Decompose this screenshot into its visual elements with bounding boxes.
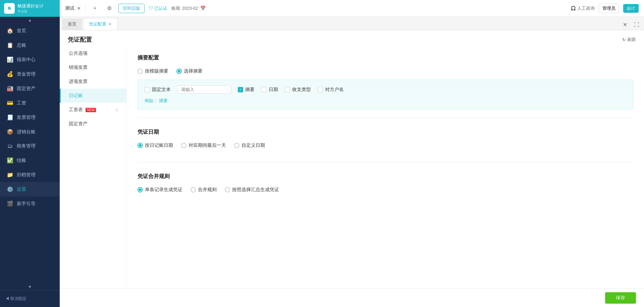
topbar-right: 🎧 人工咨询 管理员 会计 (571, 4, 639, 13)
sidebar-item-report[interactable]: 📊 报表中心 (0, 52, 60, 67)
sidebar-item-label: 结账 (17, 158, 26, 164)
radio-select-summary[interactable]: 选择摘要 (176, 68, 203, 74)
tab-home[interactable]: 首页 (62, 18, 82, 30)
radio-custom-date[interactable]: 自定义日期 (234, 142, 265, 148)
refresh-btn[interactable]: ↻ 刷新 (622, 37, 636, 43)
sidebar-item-invoice[interactable]: 🧾 发票管理 (0, 110, 60, 125)
sidebar-item-fund[interactable]: 💰 资金管理 (0, 67, 60, 81)
radio-template-summary[interactable]: 按模版摘要 (138, 68, 168, 74)
checkbox-box (145, 87, 150, 92)
company-name: 测试 (65, 5, 74, 11)
expand-btn[interactable]: ⛶ (632, 21, 641, 29)
radio-circle-single (138, 187, 143, 192)
checkbox-abstract[interactable]: ✓ 摘要 (238, 87, 255, 93)
summary-section: 摘要配置 按模版摘要 选择摘要 (138, 54, 633, 118)
checkbox-date[interactable]: 日期 (261, 87, 278, 93)
cancel-fixed-btn[interactable]: ◀ 取消固定 (3, 294, 56, 304)
fixed-text-input[interactable] (177, 85, 231, 94)
sidebar-item-ledger[interactable]: 📋 总账 (0, 38, 60, 52)
sidebar-scroll-up[interactable]: ▲ (0, 17, 60, 24)
sidebar-item-tax[interactable]: 🗂 税务管理 (0, 139, 60, 153)
left-nav-fixed-asset[interactable]: 固定资产 (60, 117, 126, 131)
radio-merge-rule[interactable]: 合并规则 (191, 187, 217, 193)
fund-icon: 💰 (7, 71, 13, 77)
tab-close-icon[interactable]: ✕ (108, 22, 112, 27)
guide-icon: 🎬 (7, 201, 13, 207)
sidebar-item-settle[interactable]: ✅ 结账 (0, 153, 60, 168)
sidebar-item-label: 固定资产 (17, 86, 36, 92)
sidebar-item-sales[interactable]: 📦 进销台账 (0, 125, 60, 139)
merge-radio-group: 单条记录生成凭证 合并规则 按照选择汇总生成凭证 (138, 187, 633, 193)
left-nav-purchase-invoice[interactable]: 进项发票 (60, 75, 126, 89)
sidebar-item-payroll[interactable]: 💳 工资 (0, 96, 60, 110)
sidebar-bottom: ◀ 取消固定 (0, 290, 60, 307)
radio-circle-custom (234, 143, 239, 148)
date-title: 凭证日期 (138, 129, 633, 136)
radio-circle-merge (191, 187, 196, 192)
radio-circle-journal (138, 143, 143, 148)
sidebar-item-settings[interactable]: ⚙️ 设置 (0, 182, 60, 196)
calendar-icon[interactable]: 📅 (200, 6, 206, 11)
sidebar-item-archive[interactable]: 📁 归档管理 (0, 168, 60, 182)
tab-voucher-config[interactable]: 凭证配置 ✕ (83, 18, 117, 30)
company-selector[interactable]: 测试 ▼ (65, 5, 81, 11)
checkbox-counterparty[interactable]: 对方户名 (318, 87, 344, 93)
switch-old-btn[interactable]: 切到旧版 (118, 4, 145, 13)
checkbox-income-type[interactable]: 收支类型 (285, 87, 311, 93)
inner-layout: 公共选项 销项发票 进项发票 日记账 工资表 NEW ∨ 固定资产 摘要配置 (60, 46, 644, 288)
left-nav: 公共选项 销项发票 进项发票 日记账 工资表 NEW ∨ 固定资产 (60, 46, 127, 288)
certified-badge: 🛡 已认证 (149, 5, 167, 11)
left-nav-sales-invoice[interactable]: 销项发票 (60, 60, 126, 75)
merge-section: 凭证合并规则 单条记录生成凭证 合并规则 按照选择汇总生成凭证 (138, 173, 633, 206)
chevron-down-icon: ∨ (115, 107, 118, 113)
checkbox-abstract-box: ✓ (238, 87, 243, 92)
date-section: 凭证日期 按日记账日期 对应期间最后一天 自定义日期 (138, 129, 633, 162)
consult-btn[interactable]: 🎧 人工咨询 (571, 5, 595, 11)
sidebar-nav: 🏠 首页 📋 总账 📊 报表中心 💰 资金管理 🏭 固定资产 💳 工资 🧾 发票… (0, 24, 60, 283)
main-area: 测试 ▼ ＋ ⚙ 切到旧版 🛡 已认证 账期 2023-02 📅 🎧 人工咨询 … (60, 0, 644, 307)
summary-options: 固定文本 ✓ 摘要 日期 (145, 85, 626, 94)
sidebar-item-label: 设置 (17, 186, 26, 192)
sidebar-item-label: 首页 (17, 28, 26, 34)
radio-journal-date[interactable]: 按日记账日期 (138, 142, 173, 148)
left-nav-journal[interactable]: 日记账 (60, 89, 126, 103)
checkbox-date-box (261, 87, 267, 92)
sidebar-item-asset[interactable]: 🏭 固定资产 (0, 81, 60, 96)
radio-circle-checked (176, 69, 182, 74)
radio-period-last[interactable]: 对应期间最后一天 (181, 142, 226, 148)
sidebar-item-home[interactable]: 🏠 首页 (0, 24, 60, 38)
close-tab-btn[interactable]: ✕ (621, 21, 629, 29)
radio-single[interactable]: 单条记录生成凭证 (138, 187, 182, 193)
checkbox-income-box (285, 87, 290, 92)
checkbox-counterparty-box (318, 87, 323, 92)
sidebar-logo: 畅 畅捷通好会计 专业版 (0, 0, 60, 17)
right-panel: 摘要配置 按模版摘要 选择摘要 (127, 46, 644, 288)
left-nav-payroll-table[interactable]: 工资表 NEW ∨ (60, 103, 126, 117)
checkbox-fixed-text[interactable]: 固定文本 (145, 87, 171, 93)
add-button[interactable]: ＋ (90, 3, 100, 13)
content-area: 凭证配置 ↻ 刷新 公共选项 销项发票 进项发票 日记账 工资表 NEW ∨ 固… (60, 30, 644, 307)
sidebar-item-label: 总账 (17, 42, 26, 48)
radio-summary-merge[interactable]: 按照选择汇总生成凭证 (225, 187, 279, 193)
logo-text: 畅捷通好会计 专业版 (17, 3, 44, 14)
example-text: 例如： 摘要 (145, 98, 626, 104)
asset-icon: 🏭 (7, 85, 13, 92)
headphone-icon: 🎧 (571, 6, 576, 11)
radio-circle-period (181, 143, 186, 148)
sidebar-item-label: 新手引导 (17, 201, 36, 207)
sidebar-scroll-down[interactable]: ▼ (0, 283, 60, 290)
sidebar-item-label: 资金管理 (17, 71, 36, 77)
tabbar: 首页 凭证配置 ✕ ✕ ⛶ (60, 17, 644, 30)
user-btn[interactable]: 管理员 (599, 4, 619, 13)
save-button[interactable]: 保存 (605, 292, 636, 304)
radio-circle-summary-merge (225, 187, 230, 192)
sidebar-item-guide[interactable]: 🎬 新手引导 (0, 196, 60, 211)
company-dropdown-icon: ▼ (76, 6, 81, 11)
sidebar: 畅 畅捷通好会计 专业版 ▲ 🏠 首页 📋 总账 📊 报表中心 💰 资金管理 🏭… (0, 0, 60, 307)
role-btn[interactable]: 会计 (623, 4, 639, 13)
sidebar-item-label: 进销台账 (17, 129, 36, 135)
radio-circle (138, 69, 143, 74)
left-nav-public[interactable]: 公共选项 (60, 46, 126, 60)
summary-config-box: 固定文本 ✓ 摘要 日期 (138, 80, 633, 109)
settings-btn[interactable]: ⚙ (104, 4, 114, 13)
